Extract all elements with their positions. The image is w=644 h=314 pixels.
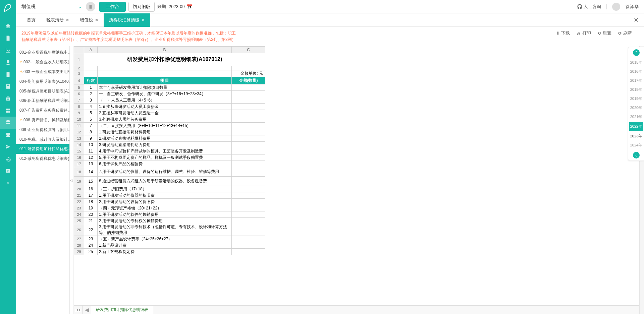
table-cell-seq[interactable]: 10	[84, 142, 98, 148]
nav-tax-icon[interactable]	[0, 117, 16, 129]
close-icon[interactable]: ✕	[66, 18, 69, 22]
table-cell-seq[interactable]: 6	[84, 116, 98, 123]
close-icon[interactable]: ✕	[95, 18, 98, 22]
nav-clipboard-icon[interactable]	[0, 68, 16, 80]
year-button[interactable]: 2017年	[628, 76, 644, 85]
table-cell-amount[interactable]	[232, 91, 265, 97]
table-cell-seq[interactable]: 23	[84, 236, 98, 242]
table-cell-amount[interactable]	[232, 218, 265, 224]
row-header[interactable]: 1	[74, 53, 84, 66]
form-list-item[interactable]: 012-减免所得税优惠明细表(...	[16, 154, 69, 164]
workspace-button[interactable]: 工作台	[99, 2, 126, 12]
table-cell-amount[interactable]	[232, 161, 265, 167]
table-cell-item[interactable]: 2.新工艺规程制定费	[98, 249, 232, 255]
table-cell-item[interactable]: 1.直接从事研发活动人员工资薪金	[98, 104, 232, 110]
nav-template-icon[interactable]	[0, 92, 16, 105]
table-cell-seq[interactable]: 13	[84, 161, 98, 167]
form-list-item[interactable]: 011-研发费用加计扣除优惠...	[16, 144, 69, 154]
collapse-handle[interactable]: ‹‹	[70, 46, 74, 314]
table-cell-seq[interactable]: 15	[84, 177, 98, 186]
table-cell-item[interactable]: 1.研发活动直接消耗材料费用	[98, 129, 232, 135]
table-cell-amount[interactable]	[232, 177, 265, 186]
nav-doc-icon[interactable]	[0, 32, 16, 44]
table-cell-amount[interactable]	[232, 104, 265, 110]
switch-old-button[interactable]: 切到旧版	[128, 2, 155, 12]
year-up-icon[interactable]: ⌃	[633, 49, 640, 56]
table-cell-item[interactable]: 2.直接从事研发活动人员五险一金	[98, 110, 232, 116]
table-cell-item[interactable]: （一）人员人工费用（4+5+6）	[98, 97, 232, 104]
table-cell-item[interactable]: 5.用于不构成固定资产的样品、样机及一般测试手段购置费	[98, 154, 232, 161]
nav-settings-icon[interactable]	[0, 153, 16, 165]
refresh-button[interactable]: ⟳ 刷新	[618, 30, 632, 36]
tab-增值税[interactable]: 增值税✕	[74, 13, 104, 27]
table-cell-item[interactable]: 1.新产品设计费	[98, 242, 232, 249]
table-cell-seq[interactable]: 18	[84, 199, 98, 205]
nav-v-icon[interactable]: V	[0, 177, 16, 189]
table-cell-amount[interactable]	[232, 129, 265, 135]
nav-money-icon[interactable]	[0, 56, 16, 68]
table-cell-item[interactable]: 2.用于研发活动的专利权的摊销费用	[98, 218, 232, 224]
form-list-item[interactable]: 007-广告费和业务宣传费跨...	[16, 106, 69, 115]
nav-calc-icon[interactable]	[0, 80, 16, 92]
nav-chart-icon[interactable]	[0, 44, 16, 56]
year-button[interactable]: 2016年	[628, 67, 644, 76]
form-list-item[interactable]: 009-企业所得税弥补亏损明...	[16, 125, 69, 135]
table-cell-seq[interactable]: 21	[84, 218, 98, 224]
table-cell-item[interactable]: （五）新产品设计费等（24+25+26+27）	[98, 236, 232, 242]
table-cell-item[interactable]: 3.外聘研发人员的劳务费用	[98, 116, 232, 123]
table-cell-seq[interactable]: 14	[84, 167, 98, 177]
table-cell-item[interactable]: （四）无形资产摊销（20+21+22）	[98, 205, 232, 211]
form-list-item[interactable]: ⚠002-一般企业收入明细表(A...	[16, 57, 69, 67]
table-cell-amount[interactable]	[232, 97, 265, 104]
table-cell-item[interactable]: 1.用于研发活动的仪器的折旧费	[98, 192, 232, 199]
table-cell-seq[interactable]: 24	[84, 242, 98, 249]
column-header[interactable]: A	[84, 47, 98, 53]
table-cell-item[interactable]: （二）直接投入费用（8+9+10+11+12+13+14+15）	[98, 123, 232, 129]
table-cell-item[interactable]: 3.研发活动直接消耗动力费用	[98, 142, 232, 148]
sheet-first-icon[interactable]: ⏮	[74, 306, 83, 314]
table-cell-seq[interactable]: 8	[84, 129, 98, 135]
nav-video-icon[interactable]	[0, 165, 16, 177]
table-cell-item[interactable]: 1.用于研发活动的软件的摊销费用	[98, 211, 232, 218]
sheet-scroll[interactable]: ABC1研发费用加计扣除优惠明细表(A107012)23金额单位: 元4行次项 …	[74, 46, 639, 305]
table-cell-item[interactable]: 一、自主研发、合作研发、集中研发（3+7+16+19+23+34）	[98, 91, 232, 97]
table-cell-amount[interactable]	[232, 236, 265, 242]
table-cell-amount[interactable]	[232, 211, 265, 218]
table-cell-item[interactable]: 3.用于研发活动的非专利技术（包括许可证、专有技术、设计和计算方法等）的摊销费用	[98, 224, 232, 236]
table-cell-seq[interactable]: 2	[84, 91, 98, 97]
nav-send-icon[interactable]	[0, 141, 16, 153]
table-cell-seq[interactable]: 5	[84, 110, 98, 116]
table-cell-amount[interactable]	[232, 154, 265, 161]
sheet-tab[interactable]: 研发费用加计扣除优惠明细表	[91, 306, 153, 314]
table-cell-item[interactable]: 8.通过经营租赁方式租入的用于研发活动的仪器、设备租赁费	[98, 177, 232, 186]
table-cell-amount[interactable]	[232, 116, 265, 123]
tab-所得税汇算清缴[interactable]: 所得税汇算清缴✕	[104, 13, 150, 27]
table-cell-amount[interactable]	[232, 84, 265, 91]
close-all-tabs-icon[interactable]: ✕	[634, 16, 639, 24]
table-cell-item[interactable]: 本年可享受研发费用加计扣除项目数量	[98, 84, 232, 91]
form-list-item[interactable]: 006-职工薪酬纳税调整明细...	[16, 96, 69, 106]
year-button[interactable]: 2015年	[628, 58, 644, 67]
table-cell-item[interactable]: 6.用于试制产品的检验费	[98, 161, 232, 167]
nav-inbox-icon[interactable]	[0, 129, 16, 141]
form-list-item[interactable]: 005-纳税调整项目明细表(A1...	[16, 86, 69, 96]
table-cell-item[interactable]: （三）折旧费用（17+18）	[98, 186, 232, 192]
table-cell-amount[interactable]	[232, 110, 265, 116]
year-button[interactable]: 2023年	[628, 132, 644, 141]
table-cell-seq[interactable]: 17	[84, 192, 98, 199]
table-cell-item[interactable]: 4.用于中间试验和产品试制的模具、工艺装备开发及制造费	[98, 148, 232, 154]
column-header[interactable]: B	[98, 47, 232, 53]
table-cell-amount[interactable]	[232, 142, 265, 148]
table-cell-amount[interactable]	[232, 242, 265, 249]
year-button[interactable]: 2022年	[629, 122, 643, 131]
year-down-icon[interactable]: ⌄	[633, 152, 640, 159]
print-button[interactable]: 🖨 打印	[577, 30, 591, 36]
year-button[interactable]: 2024年	[628, 141, 644, 150]
user-avatar[interactable]	[612, 3, 620, 11]
table-cell-seq[interactable]: 19	[84, 205, 98, 211]
table-cell-seq[interactable]: 11	[84, 148, 98, 154]
table-cell-amount[interactable]	[232, 192, 265, 199]
table-cell-amount[interactable]	[232, 186, 265, 192]
table-cell-amount[interactable]	[232, 167, 265, 177]
reset-button[interactable]: ↻ 重置	[598, 30, 611, 36]
